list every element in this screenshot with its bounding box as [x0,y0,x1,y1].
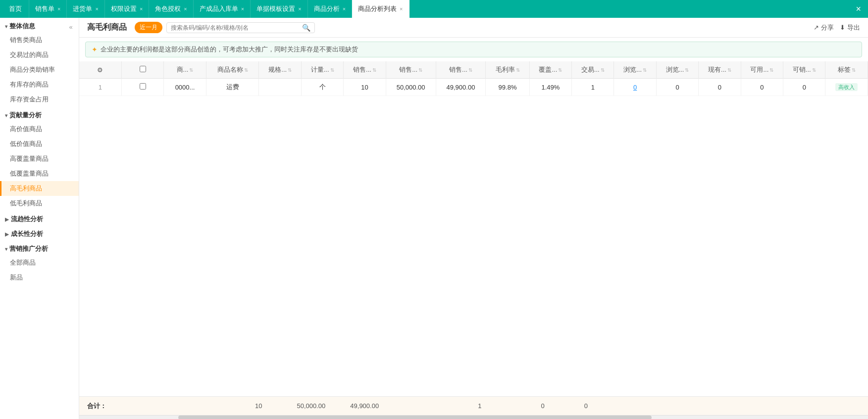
nav-tab-role[interactable]: 角色授权 × [149,0,193,18]
th-stock-sell[interactable]: 可销...⇅ [783,61,825,79]
sidebar-item-high-value[interactable]: 高价值商品 [0,122,79,137]
sidebar-group-marketing[interactable]: ▾ 营销推广分析 [0,240,79,255]
select-all-checkbox[interactable] [140,66,146,72]
export-icon: ⬇ [840,24,845,31]
th-coverage[interactable]: 覆盖...⇅ [529,61,571,79]
nav-tab-template[interactable]: 单据模板设置 × [251,0,307,18]
cell-tag: 高收入 [825,79,868,96]
cell-view2: 0 [656,79,698,96]
sidebar-item-new-goods[interactable]: 新品 [0,270,79,285]
share-button[interactable]: ↗ 分享 [814,23,834,32]
th-checkbox [121,61,163,79]
nav-tab-home[interactable]: 首页 [2,0,29,18]
th-view2[interactable]: 浏览...⇅ [656,61,698,79]
th-sales-cost[interactable]: 销售...⇅ [436,61,486,79]
sidebar: « ▾ 整体信息 销售类商品 交易过的商品 商品分类助销率 有库存的商品 库存资… [0,18,79,419]
export-button[interactable]: ⬇ 导出 [840,23,860,32]
search-icon[interactable]: 🔍 [302,24,310,32]
th-gross-rate[interactable]: 毛利率⇅ [486,61,529,79]
cell-code: 0000... [164,79,206,96]
close-product-inbound-tab[interactable]: × [241,6,244,12]
info-icon: ✦ [92,46,98,53]
nav-tab-sales[interactable]: 销售单 × [29,0,67,18]
nav-tab-product-inbound[interactable]: 产成品入库单 × [194,0,251,18]
th-sales-amount[interactable]: 销售...⇅ [386,61,436,79]
nav-tab-purchase[interactable]: 进货单 × [67,0,104,18]
close-product-analysis-tab[interactable]: × [343,6,346,12]
chevron-down-icon: ▾ [5,113,7,118]
sidebar-item-low-coverage[interactable]: 低覆盖量商品 [0,166,79,181]
close-purchase-tab[interactable]: × [95,6,98,12]
sidebar-item-low-value[interactable]: 低价值商品 [0,137,79,151]
content-panel: 高毛利商品 近一月 🔍 ↗ 分享 ⬇ 导出 ✦ 企业的主要的利润都是这部分商品创… [79,18,868,419]
sidebar-item-stocked-goods[interactable]: 有库存的商品 [0,77,79,92]
sort-icon: ⇅ [418,67,422,73]
sort-icon: ⇅ [812,67,816,73]
th-view1[interactable]: 浏览...⇅ [614,61,656,79]
sort-icon: ⇅ [330,67,334,73]
chevron-down-icon: ▾ [5,246,7,252]
table-header-row: ⚙ 商...⇅ 商品名称⇅ 规格...⇅ 计量...⇅ 销售...⇅ 销售...… [79,61,868,79]
cell-unit: 个 [301,79,343,96]
th-stock-now[interactable]: 现有...⇅ [699,61,741,79]
sidebar-item-category-sales-rate[interactable]: 商品分类助销率 [0,62,79,77]
nav-tab-permission[interactable]: 权限设置 × [105,0,149,18]
sort-icon: ⇅ [468,67,472,73]
close-product-analysis-list-tab[interactable]: × [400,6,403,12]
sidebar-group-growth[interactable]: ▶ 成长性分析 [0,226,79,240]
gear-icon: ⚙ [97,66,103,74]
sort-icon: ⇅ [558,67,562,73]
row-checkbox[interactable] [140,83,146,90]
sort-icon: ⇅ [288,67,292,73]
app-close-button[interactable]: × [851,4,866,14]
cell-gross-rate: 99.8% [486,79,529,96]
cell-view1[interactable]: 0 [614,79,656,96]
cell-stock-sell: 0 [783,79,825,96]
th-tag[interactable]: 标签⇅ [825,61,868,79]
sidebar-item-traded-goods[interactable]: 交易过的商品 [0,47,79,62]
sidebar-item-low-margin[interactable]: 低毛利商品 [0,196,79,211]
footer-stock-avail: 0 [584,402,588,410]
sidebar-item-stock-capital[interactable]: 库存资金占用 [0,92,79,107]
cell-sales-cost: 49,900.00 [436,79,486,96]
content-header: 高毛利商品 近一月 🔍 ↗ 分享 ⬇ 导出 [79,18,868,38]
chevron-down-icon: ▾ [5,24,7,29]
chevron-right-icon: ▶ [5,232,9,237]
cell-checkbox [121,79,163,96]
close-sales-tab[interactable]: × [57,6,60,12]
sidebar-collapse-button[interactable]: « [66,22,76,32]
close-permission-tab[interactable]: × [140,6,143,12]
sidebar-item-high-coverage[interactable]: 高覆盖量商品 [0,151,79,166]
footer-total-bar: 合计： 10 50,000.00 49,900.00 1 0 0 [79,396,868,415]
close-template-tab[interactable]: × [298,6,301,12]
cell-coverage: 1.49% [529,79,571,96]
th-code[interactable]: 商...⇅ [164,61,206,79]
sidebar-group-trend[interactable]: ▶ 流趋性分析 [0,211,79,226]
cell-sales-qty: 10 [344,79,386,96]
search-input[interactable] [171,24,302,31]
close-role-tab[interactable]: × [184,6,187,12]
sidebar-item-sales-goods[interactable]: 销售类商品 [0,33,79,47]
sort-icon: ⇅ [244,67,248,73]
scrollbar-thumb [178,416,652,419]
th-spec[interactable]: 规格...⇅ [259,61,301,79]
filter-recent-month-button[interactable]: 近一月 [135,22,162,33]
sidebar-item-high-margin[interactable]: 高毛利商品 [0,181,79,196]
nav-tab-product-analysis-list[interactable]: 商品分析列表 × [352,0,409,18]
page-title: 高毛利商品 [87,22,127,33]
th-unit[interactable]: 计量...⇅ [301,61,343,79]
th-trade[interactable]: 交易...⇅ [572,61,614,79]
th-sales-qty[interactable]: 销售...⇅ [344,61,386,79]
top-navigation: 首页 销售单 × 进货单 × 权限设置 × 角色授权 × 产成品入库单 × 单据… [0,0,868,18]
sort-icon: ⇅ [372,67,376,73]
th-settings[interactable]: ⚙ [79,61,121,79]
th-name[interactable]: 商品名称⇅ [206,61,259,79]
sidebar-group-contribution[interactable]: ▾ 贡献量分析 [0,107,79,122]
sort-icon: ⇅ [769,67,773,73]
sort-icon: ⇅ [727,67,731,73]
sidebar-item-all-goods[interactable]: 全部商品 [0,255,79,270]
th-stock-avail[interactable]: 可用...⇅ [741,61,783,79]
nav-tab-product-analysis[interactable]: 商品分析 × [308,0,352,18]
footer-sales-cost: 49,900.00 [350,402,379,410]
horizontal-scrollbar[interactable] [79,415,868,419]
